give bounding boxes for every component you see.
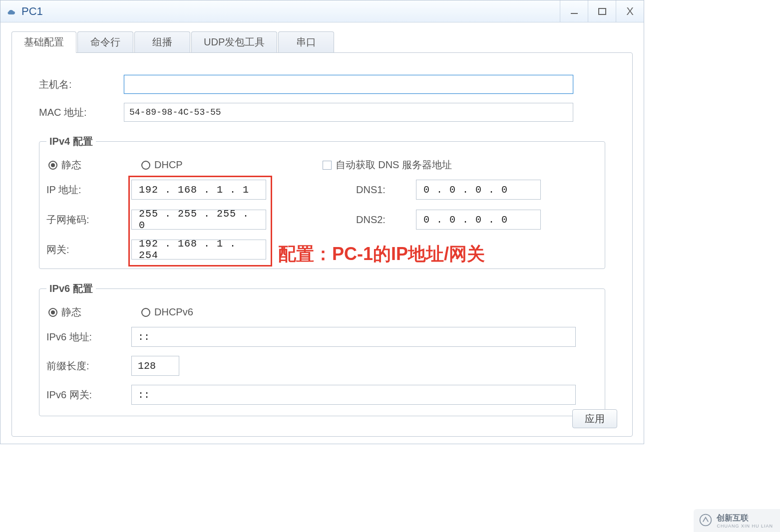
app-window: PC1 X 基础配置 命令行 组播 UDP发包工具 串口 主机名: MA	[0, 0, 644, 444]
checkbox-icon	[323, 161, 332, 170]
row-ipv6-addr: IPv6 地址: ::	[46, 327, 595, 347]
ipv6-static-radio[interactable]: 静态	[48, 305, 81, 319]
ipv6-legend: IPv6 配置	[46, 282, 96, 295]
app-icon	[5, 5, 17, 17]
subnet-mask-label: 子网掩码:	[46, 213, 131, 227]
watermark-brand: 创新互联	[717, 513, 773, 524]
ipv6-dhcp-radio[interactable]: DHCPv6	[141, 306, 193, 318]
ip-value: 128	[138, 360, 156, 372]
tab-multicast[interactable]: 组播	[134, 31, 190, 52]
gateway-label: 网关:	[46, 243, 131, 257]
ip-value: ::	[138, 331, 150, 343]
radio-label: 静态	[61, 158, 81, 172]
dns1-label: DNS1:	[356, 184, 416, 196]
radio-icon	[48, 161, 57, 170]
ip-address-label: IP 地址:	[46, 183, 131, 197]
watermark: 创新互联 CHUANG XIN HU LIAN	[694, 509, 780, 532]
ipv6-mode-row: 静态 DHCPv6	[46, 303, 595, 327]
ip-value: 192 . 168 . 1 . 254	[139, 238, 259, 261]
annotation-text: 配置：PC-1的IP地址/网关	[278, 242, 485, 266]
ip-value: 255 . 255 . 255 . 0	[139, 208, 259, 231]
hostname-label: 主机名:	[39, 78, 124, 91]
ipv4-legend: IPv4 配置	[46, 135, 96, 148]
ipv6-prefix-input[interactable]: 128	[131, 356, 179, 376]
ipv6-gateway-label: IPv6 网关:	[46, 388, 131, 402]
ip-value: ::	[138, 389, 150, 401]
gateway-input[interactable]: 192 . 168 . 1 . 254	[131, 240, 266, 260]
apply-button[interactable]: 应用	[572, 409, 617, 428]
window-controls: X	[560, 0, 644, 22]
ipv6-address-input[interactable]: ::	[131, 327, 576, 347]
tab-udp-tool[interactable]: UDP发包工具	[191, 31, 277, 52]
close-button[interactable]: X	[616, 0, 644, 22]
dns2-input[interactable]: 0 . 0 . 0 . 0	[416, 210, 541, 230]
tab-label: 命令行	[90, 35, 120, 49]
ip-value: 192 . 168 . 1 . 1	[139, 184, 249, 196]
tab-label: UDP发包工具	[204, 35, 265, 49]
tab-strip: 基础配置 命令行 组播 UDP发包工具 串口	[11, 31, 633, 52]
titlebar: PC1 X	[0, 0, 644, 22]
row-hostname: 主机名:	[39, 75, 605, 94]
ipv6-fieldset: IPv6 配置 静态 DHCPv6 IPv6 地址: ::	[39, 282, 605, 416]
svg-point-2	[700, 514, 712, 526]
ipv4-fieldset: IPv4 配置 静态 DHCP 自动获取 DNS 服务器地址	[39, 135, 605, 269]
close-icon: X	[626, 5, 634, 18]
ip-value: 0 . 0 . 0 . 0	[423, 184, 508, 196]
button-label: 应用	[585, 412, 605, 426]
watermark-logo-icon	[699, 513, 713, 529]
hostname-input[interactable]	[124, 75, 573, 94]
window-title: PC1	[21, 5, 43, 18]
svg-rect-0	[571, 13, 578, 14]
tab-label: 基础配置	[24, 35, 64, 49]
tab-cli[interactable]: 命令行	[77, 31, 133, 52]
ipv4-static-radio[interactable]: 静态	[48, 158, 81, 172]
tab-label: 组播	[152, 35, 172, 49]
row-ipv6-gw: IPv6 网关: ::	[46, 385, 595, 405]
maximize-button[interactable]	[588, 0, 616, 22]
ipv4-dhcp-radio[interactable]: DHCP	[141, 159, 183, 171]
form-area: 主机名: MAC 地址: 54-89-98-4C-53-55 IPv4 配置 静…	[11, 52, 633, 437]
mac-input[interactable]: 54-89-98-4C-53-55	[124, 103, 573, 122]
mac-value: 54-89-98-4C-53-55	[129, 107, 221, 117]
radio-icon	[141, 308, 150, 317]
svg-rect-1	[599, 8, 606, 14]
radio-label: 静态	[61, 305, 81, 319]
dns2-label: DNS2:	[356, 214, 416, 226]
dns1-input[interactable]: 0 . 0 . 0 . 0	[416, 180, 541, 200]
ip-value: 0 . 0 . 0 . 0	[423, 214, 508, 226]
radio-label: DHCP	[154, 159, 183, 171]
minimize-button[interactable]	[560, 0, 588, 22]
subnet-mask-input[interactable]: 255 . 255 . 255 . 0	[131, 210, 266, 230]
ip-address-input[interactable]: 192 . 168 . 1 . 1	[131, 180, 266, 200]
ipv6-prefix-label: 前缀长度:	[46, 359, 131, 373]
checkbox-label: 自动获取 DNS 服务器地址	[336, 158, 452, 172]
radio-icon	[48, 308, 57, 317]
radio-icon	[141, 161, 150, 170]
tab-basic-config[interactable]: 基础配置	[11, 31, 76, 52]
tab-label: 串口	[296, 35, 316, 49]
ipv6-address-label: IPv6 地址:	[46, 330, 131, 344]
mac-label: MAC 地址:	[39, 106, 124, 119]
ipv4-mode-row: 静态 DHCP 自动获取 DNS 服务器地址	[46, 156, 595, 180]
ipv6-gateway-input[interactable]: ::	[131, 385, 576, 405]
row-mac: MAC 地址: 54-89-98-4C-53-55	[39, 103, 605, 122]
radio-label: DHCPv6	[154, 306, 193, 318]
client-area: 基础配置 命令行 组播 UDP发包工具 串口 主机名: MAC 地址: 54-8…	[0, 22, 644, 444]
ipv4-auto-dns-check[interactable]: 自动获取 DNS 服务器地址	[323, 158, 452, 172]
watermark-sub: CHUANG XIN HU LIAN	[717, 524, 773, 529]
tab-serial[interactable]: 串口	[278, 31, 334, 52]
row-ipv6-prefix: 前缀长度: 128	[46, 356, 595, 376]
